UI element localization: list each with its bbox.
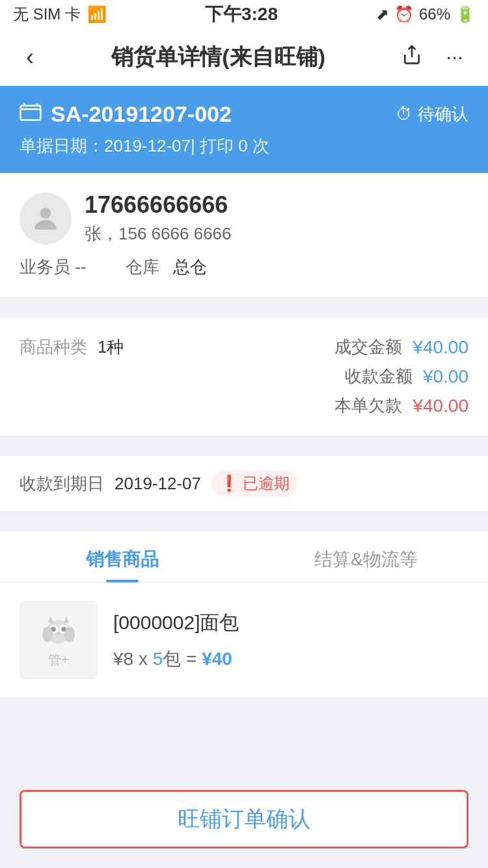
back-button[interactable]: ‹ [20, 37, 40, 77]
product-list: 管+ [0000002]面包 ¥8 x 5包 = ¥40 [0, 583, 488, 698]
more-icon[interactable]: ··· [441, 40, 468, 74]
product-info: [0000002]面包 ¥8 x 5包 = ¥40 [113, 610, 468, 671]
equals-sign: = [181, 649, 202, 669]
customer-top: 17666666666 张，156 6666 6666 [20, 191, 468, 245]
price-text: ¥8 x [113, 649, 153, 669]
status-time: 下午3:28 [205, 2, 278, 27]
print-info: | 打印 0 次 [191, 136, 269, 156]
nav-actions: ··· [396, 39, 468, 75]
customer-meta: 业务员 -- 仓库 总仓 [20, 256, 468, 278]
overdue-text: 已逾期 [243, 473, 290, 494]
customer-name: 张，156 6666 6666 [85, 223, 232, 245]
warehouse-item: 仓库 总仓 [126, 256, 208, 278]
received-value: ¥0.00 [423, 366, 468, 387]
customer-info: 17666666666 张，156 6666 6666 [85, 191, 232, 245]
tab-settlement[interactable]: 结算&物流等 [244, 532, 488, 582]
status-text: 待确认 [418, 103, 468, 126]
divider-2 [0, 446, 488, 456]
amount-value: ¥40.00 [413, 337, 468, 358]
quantity-unit: 包 [163, 649, 181, 669]
order-number: SA-20191207-002 [51, 102, 232, 127]
warehouse-value: 总仓 [173, 257, 207, 277]
sales-rep-item: 业务员 -- [20, 256, 87, 278]
due-label: 收款到期日 [20, 472, 104, 495]
order-date-value: 2019-12-07 [104, 136, 191, 156]
date-label: 单据日期： [20, 136, 104, 156]
svg-point-2 [40, 208, 51, 219]
share-icon[interactable] [396, 39, 427, 75]
amounts-section: 成交金额 ¥40.00 收款金额 ¥0.00 本单欠款 ¥40.00 [334, 336, 468, 417]
status-left: 无 SIM 卡 📶 [13, 4, 107, 25]
divider-3 [0, 521, 488, 532]
received-label: 收款金额 [345, 365, 413, 388]
order-header-card: SA-20191207-002 ⏱ 待确认 单据日期：2019-12-07| 打… [0, 86, 488, 173]
due-date-value: 2019-12-07 [115, 474, 201, 494]
order-date-row: 单据日期：2019-12-07| 打印 0 次 [20, 135, 468, 157]
svg-rect-1 [21, 105, 41, 120]
confirm-order-button[interactable]: 旺铺订单确认 [20, 790, 468, 848]
tab-sales-underline [106, 580, 139, 582]
battery-icon: 🔋 [455, 5, 475, 23]
order-status: ⏱ 待确认 [396, 103, 468, 126]
status-right: ⬈ ⏰ 66% 🔋 [376, 5, 475, 23]
page-title: 销货单详情(来自旺铺) [111, 42, 325, 72]
svg-marker-5 [64, 616, 69, 623]
quantity-value: 5 [153, 649, 163, 669]
alarm-icon: ⏰ [394, 5, 414, 23]
svg-point-10 [52, 628, 55, 631]
customer-avatar [20, 193, 72, 245]
sim-status: 无 SIM 卡 [13, 4, 81, 25]
product-type-value: 1种 [98, 336, 124, 359]
owing-label: 本单欠款 [334, 394, 402, 417]
amount-row: 成交金额 ¥40.00 [334, 336, 468, 359]
bottom-area: 旺铺订单确认 [0, 770, 488, 868]
received-row: 收款金额 ¥0.00 [345, 365, 468, 388]
sales-rep-label: 业务员 [20, 257, 70, 277]
order-icon [20, 102, 42, 126]
tab-sales[interactable]: 销售商品 [0, 532, 244, 582]
sales-rep-value: -- [75, 257, 86, 277]
tab-sales-label: 销售商品 [86, 547, 159, 572]
wifi-icon: 📶 [87, 5, 107, 23]
product-type-section: 商品种类 1种 [20, 336, 124, 359]
brand-plus-text: 管+ [48, 651, 69, 669]
owing-value: ¥40.00 [413, 396, 468, 416]
owing-row: 本单欠款 ¥40.00 [334, 394, 468, 417]
summary-row: 商品种类 1种 成交金额 ¥40.00 收款金额 ¥0.00 本单欠款 ¥40.… [20, 336, 468, 417]
status-bar: 无 SIM 卡 📶 下午3:28 ⬈ ⏰ 66% 🔋 [0, 0, 488, 29]
total-value: ¥40 [202, 649, 232, 669]
divider-1 [0, 307, 488, 318]
svg-point-13 [42, 627, 53, 642]
svg-point-11 [62, 628, 65, 631]
due-date-card: 收款到期日 2019-12-07 ❗ 已逾期 [0, 456, 488, 511]
product-thumbnail: 管+ [20, 601, 98, 679]
summary-card: 商品种类 1种 成交金额 ¥40.00 收款金额 ¥0.00 本单欠款 ¥40.… [0, 318, 488, 435]
product-item: 管+ [0000002]面包 ¥8 x 5包 = ¥40 [0, 583, 488, 698]
tabs-container: 销售商品 结算&物流等 [0, 532, 488, 583]
product-type-label: 商品种类 [20, 336, 87, 359]
brand-owl-icon [39, 612, 78, 649]
order-header-top: SA-20191207-002 ⏱ 待确认 [20, 102, 468, 127]
clock-icon: ⏱ [396, 104, 413, 124]
amount-label: 成交金额 [334, 336, 402, 359]
battery-level: 66% [419, 5, 450, 23]
nav-bar: ‹ 销货单详情(来自旺铺) ··· [0, 29, 488, 86]
overdue-badge: ❗ 已逾期 [211, 470, 297, 496]
customer-phone: 17666666666 [85, 191, 232, 219]
overdue-icon: ❗ [219, 474, 239, 493]
svg-marker-4 [48, 616, 53, 623]
product-name: [0000002]面包 [113, 610, 468, 636]
customer-card: 17666666666 张，156 6666 6666 业务员 -- 仓库 总仓 [0, 173, 488, 297]
location-icon: ⬈ [376, 5, 389, 23]
svg-point-14 [64, 627, 75, 642]
tab-settlement-label: 结算&物流等 [314, 547, 418, 572]
warehouse-label: 仓库 [126, 257, 159, 277]
product-price-row: ¥8 x 5包 = ¥40 [113, 647, 468, 671]
